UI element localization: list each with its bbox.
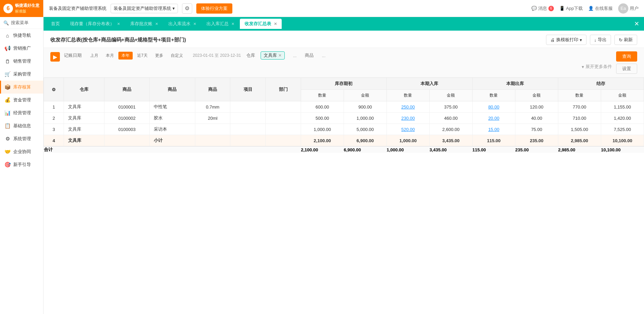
filter-toggle-button[interactable]: ▶ bbox=[50, 52, 60, 62]
gear-icon: ⚙ bbox=[52, 87, 56, 92]
cell-out-qty[interactable]: 20.00 bbox=[472, 113, 515, 124]
sidebar-item-inventory[interactable]: 📦 库存核算 bbox=[0, 81, 43, 94]
management-icon: 📊 bbox=[4, 110, 11, 116]
cell-in-qty[interactable]: 230.00 bbox=[386, 113, 429, 124]
tab-bar-close-all[interactable]: ✕ bbox=[632, 20, 641, 28]
experience-button[interactable]: 体验行业方案 bbox=[196, 3, 232, 14]
cell-name: 胶水 bbox=[150, 113, 195, 124]
cell-warehouse: 文具库 bbox=[64, 135, 104, 147]
tab-in-out-flow[interactable]: 出入库流水 ✕ bbox=[164, 19, 201, 29]
date-opt-custom[interactable]: 自定义 bbox=[168, 52, 186, 60]
cell-in-qty[interactable]: 520.00 bbox=[386, 124, 429, 135]
cell-open-qty: 1,000.00 bbox=[301, 124, 344, 135]
tab-stock-dist[interactable]: 现存量（库存分布表） ✕ bbox=[65, 19, 125, 29]
col-header-dept: 部门 bbox=[266, 78, 301, 101]
footer-open-qty: 2,100.00 bbox=[301, 146, 344, 153]
filter-row-2: ▾ 展开更多条件 bbox=[64, 62, 612, 71]
search-icon: 🔍 bbox=[3, 20, 9, 26]
query-button[interactable]: 查询 bbox=[616, 51, 637, 62]
cell-open-qty: 2,100.00 bbox=[301, 135, 344, 147]
tab-receive-send-summary-close[interactable]: ✕ bbox=[274, 22, 277, 26]
cell-dept bbox=[266, 113, 301, 124]
basic-info-icon: 📋 bbox=[4, 123, 11, 129]
table-row: 2文具库0100002胶水20ml500.001,000.00230.00460… bbox=[44, 113, 644, 124]
cell-code: 0100001 bbox=[104, 101, 149, 113]
date-opt-last-month[interactable]: 上月 bbox=[87, 52, 101, 60]
top-header: 装备及固定资产辅助管理系统 装备及固定资产辅助管理系统 ▾ ⚙ 体验行业方案 💬… bbox=[44, 0, 644, 17]
table-row: 4文具库小计2,100.006,900.001,000.003,435.0011… bbox=[44, 135, 644, 147]
date-opt-this-month[interactable]: 本月 bbox=[103, 52, 117, 60]
export-button[interactable]: ↓ 导出 bbox=[590, 35, 611, 45]
sidebar-item-quick-nav[interactable]: ⌂ 快捷导航 bbox=[0, 29, 43, 42]
cell-open-amt: 5,000.00 bbox=[344, 124, 386, 135]
user-label: 用户 bbox=[630, 5, 639, 12]
settings-button[interactable]: ⚙ bbox=[182, 3, 192, 14]
cell-in-qty[interactable]: 250.00 bbox=[386, 101, 429, 113]
sidebar-search[interactable]: 🔍 搜索菜单 bbox=[0, 17, 43, 29]
warehouse-tag-remove[interactable]: ✕ bbox=[278, 53, 282, 58]
col-header-settings[interactable]: ⚙ bbox=[44, 78, 64, 101]
sidebar-item-sales[interactable]: 🗒 销售管理 bbox=[0, 55, 43, 68]
cell-warehouse: 文具库 bbox=[64, 124, 104, 135]
online-service-button[interactable]: 👤 在线客服 bbox=[588, 5, 613, 12]
expand-button[interactable]: ▾ 展开更多条件 bbox=[582, 62, 612, 71]
tab-in-out-summary-close[interactable]: ✕ bbox=[231, 22, 234, 26]
cell-out-qty[interactable]: 15.00 bbox=[472, 124, 515, 135]
data-table: ⚙ 仓库 商品 商品 商品 bbox=[44, 78, 644, 153]
cell-project bbox=[230, 113, 266, 124]
cell-out-qty: 115.00 bbox=[472, 135, 515, 147]
cell-name: 中性笔 bbox=[150, 101, 195, 113]
user-menu[interactable]: Ea 用户 bbox=[618, 3, 639, 14]
data-table-wrapper: ⚙ 仓库 商品 商品 商品 bbox=[44, 78, 644, 153]
warehouse-more-button[interactable]: ... bbox=[290, 52, 299, 59]
sidebar-item-guide[interactable]: 🎯 新手引导 bbox=[0, 158, 43, 171]
col-sub-bal-qty: 数量 bbox=[558, 90, 601, 101]
marketing-icon: 📢 bbox=[4, 45, 11, 51]
tab-home[interactable]: 首页 bbox=[46, 19, 65, 29]
service-icon: 👤 bbox=[588, 6, 594, 11]
template-print-button[interactable]: 🖨 换模板打印 ▾ bbox=[546, 35, 587, 45]
footer-out-qty: 115.00 bbox=[472, 146, 515, 153]
tab-batch-ledger-close[interactable]: ✕ bbox=[155, 22, 158, 26]
sidebar-item-enterprise[interactable]: 🤝 企业协同 bbox=[0, 145, 43, 158]
goods-more-button[interactable]: ... bbox=[319, 52, 328, 59]
date-opt-7days[interactable]: 近7天 bbox=[134, 52, 151, 60]
cell-seq: 4 bbox=[44, 135, 64, 147]
sidebar-item-marketing[interactable]: 📢 营销推广 bbox=[0, 42, 43, 55]
avatar: Ea bbox=[618, 3, 628, 14]
tab-stock-dist-close[interactable]: ✕ bbox=[117, 22, 120, 26]
filter-settings-button[interactable]: 设置 bbox=[616, 64, 637, 74]
app-download-button[interactable]: 📱 App下载 bbox=[559, 5, 583, 12]
col-sub-bal-amt: 金额 bbox=[601, 90, 644, 101]
cell-out-amt: 120.00 bbox=[515, 101, 558, 113]
sidebar-item-system[interactable]: ⚙ 系统管理 bbox=[0, 132, 43, 145]
messages-button[interactable]: 💬 消息 6 bbox=[531, 5, 554, 12]
cell-name: 小计 bbox=[150, 135, 195, 147]
refresh-button[interactable]: ↻ 刷新 bbox=[614, 35, 637, 45]
system-selector[interactable]: 装备及固定资产辅助管理系统 ▾ bbox=[111, 4, 178, 13]
date-opt-this-year[interactable]: 本年 bbox=[118, 52, 133, 60]
sidebar-item-purchase[interactable]: 🛒 采购管理 bbox=[0, 68, 43, 81]
sidebar-item-label: 企业协同 bbox=[13, 149, 31, 155]
template-icon: 🖨 bbox=[550, 37, 555, 43]
cell-code: 0100002 bbox=[104, 113, 149, 124]
cell-bal-amt: 1,420.00 bbox=[601, 113, 644, 124]
sidebar-item-label: 库存核算 bbox=[13, 84, 31, 90]
tab-receive-send-summary[interactable]: 收发存汇总表 ✕ bbox=[240, 19, 282, 29]
cell-bal-qty: 770.00 bbox=[558, 101, 601, 113]
col-header-period-in: 本期入库 bbox=[386, 78, 472, 90]
download-icon: 📱 bbox=[559, 6, 565, 11]
sidebar-item-basic-info[interactable]: 📋 基础信息 bbox=[0, 119, 43, 132]
tab-in-out-flow-close[interactable]: ✕ bbox=[193, 22, 196, 26]
inventory-icon: 📦 bbox=[4, 84, 11, 90]
sidebar-item-management[interactable]: 📊 经营管理 bbox=[0, 106, 43, 119]
sidebar-item-label: 系统管理 bbox=[13, 136, 31, 142]
col-header-name: 商品 bbox=[150, 78, 195, 101]
tab-batch-ledger[interactable]: 库存批次账 ✕ bbox=[126, 19, 163, 29]
col-sub-out-qty: 数量 bbox=[472, 90, 515, 101]
footer-in-amt: 3,435.00 bbox=[429, 146, 472, 153]
tab-in-out-summary[interactable]: 出入库汇总 ✕ bbox=[202, 19, 239, 29]
date-opt-more[interactable]: 更多 bbox=[152, 52, 166, 60]
sidebar-item-finance[interactable]: 💰 资金管理 bbox=[0, 94, 43, 106]
cell-out-qty[interactable]: 80.00 bbox=[472, 101, 515, 113]
